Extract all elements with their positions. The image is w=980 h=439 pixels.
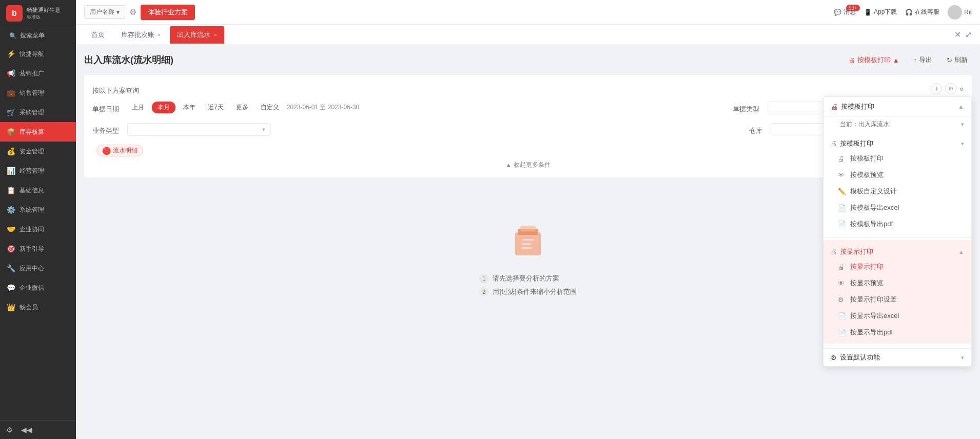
business-type-select[interactable]: ▾	[127, 123, 271, 136]
empty-step-2: 2 用[过滤]条件来缩小分析范围	[479, 287, 576, 296]
date-btn-more[interactable]: 更多	[231, 102, 253, 113]
template-preview-label: 按模板预览	[850, 170, 884, 179]
guide-icon: 🎯	[6, 244, 15, 253]
sidebar-item-label: 企业协同	[19, 225, 44, 234]
dropdown-display-arrow: ▲	[958, 249, 964, 255]
dropdown-template-label: 按模板打印	[840, 139, 873, 148]
dropdown-item-template-print[interactable]: 🖨 按模板打印	[824, 150, 971, 167]
dropdown-item-display-settings[interactable]: ⚙ 按显示打印设置	[824, 291, 971, 308]
export-btn[interactable]: ↑ 导出	[910, 53, 937, 67]
dropdown-item-template-pdf[interactable]: 📄 按模板导出pdf	[824, 216, 971, 232]
display-print-label: 按显示打印	[850, 262, 884, 271]
display-pdf-icon: 📄	[838, 329, 846, 336]
sidebar-item-basic[interactable]: 📋 基础信息	[0, 181, 76, 200]
template-pdf-label: 按模板导出pdf	[850, 220, 893, 229]
dropdown-item-display-print[interactable]: 🖨 按显示打印	[824, 258, 971, 275]
tab-home[interactable]: 首页	[84, 26, 112, 44]
filter-tag-flow[interactable]: 🔴 流水明细	[96, 145, 143, 156]
system-icon: ⚙️	[6, 205, 15, 214]
dropdown-item-display-preview[interactable]: 👁 按显示预览	[824, 275, 971, 291]
expand-window-btn[interactable]: ⤢	[965, 30, 972, 39]
display-settings-icon: ⚙	[838, 296, 846, 304]
dropdown-item-template-preview[interactable]: 👁 按模板预览	[824, 167, 971, 183]
dropdown-display-header: 🖨 按显示打印 ▲	[824, 243, 971, 258]
dropdown-item-display-excel[interactable]: 📄 按显示导出excel	[824, 308, 971, 324]
display-excel-icon: 📄	[838, 312, 846, 320]
sidebar-item-label: 应用中心	[19, 264, 44, 273]
date-btn-custom[interactable]: 自定义	[256, 102, 284, 113]
tab-inventory-batch[interactable]: 库存批次账 ×	[114, 26, 168, 44]
svg-rect-5	[522, 247, 532, 249]
filter-add-btn[interactable]: +	[931, 83, 942, 94]
template-design-label: 模板自定义设计	[850, 187, 897, 196]
sidebar-item-marketing[interactable]: 📢 营销推广	[0, 64, 76, 83]
sidebar-item-system[interactable]: ⚙️ 系统管理	[0, 200, 76, 220]
topbar-left: 用户名称 ▾ ⚙ 体验行业方案	[84, 5, 828, 20]
sidebar-item-operations[interactable]: 📊 经营管理	[0, 161, 76, 181]
print-btn[interactable]: 🖨 按模板打印 ▲	[845, 53, 904, 67]
sidebar-item-member[interactable]: 👑 畅会员	[0, 297, 76, 317]
sidebar-item-purchase[interactable]: 🛒 采购管理	[0, 103, 76, 122]
user-avatar-btn[interactable]: Rit	[948, 5, 972, 19]
collapse-sidebar-btn[interactable]: ◀◀	[21, 426, 32, 434]
export-icon: ↑	[914, 56, 917, 64]
dropdown-display-title: 🖨 按显示打印	[831, 247, 873, 256]
sidebar-item-finance[interactable]: 💰 资金管理	[0, 142, 76, 161]
user-selector[interactable]: 用户名称 ▾	[84, 5, 125, 19]
sidebar-item-cooperation[interactable]: 🤝 企业协同	[0, 220, 76, 239]
sidebar-item-wechat[interactable]: 💬 企业微信	[0, 278, 76, 297]
dropdown-current-arrow: ▾	[961, 121, 964, 128]
dropdown-current-label: 当前：出入库流水	[840, 120, 889, 129]
date-btn-this-year[interactable]: 本年	[179, 102, 200, 113]
sidebar-item-guide[interactable]: 🎯 新手引导	[0, 239, 76, 258]
sidebar-item-quick-nav[interactable]: ⚡ 快捷导航	[0, 44, 76, 64]
date-btn-this-month[interactable]: 本月	[152, 102, 175, 113]
date-btn-7days[interactable]: 近7天	[203, 102, 228, 113]
sidebar-item-app-center[interactable]: 🔧 应用中心	[0, 258, 76, 278]
refresh-label: 刷新	[954, 55, 968, 65]
tab-inventory-batch-close[interactable]: ×	[158, 32, 161, 38]
print-label: 按模板打印	[857, 55, 891, 65]
sidebar-item-sales[interactable]: 💼 销售管理	[0, 83, 76, 103]
dropdown-template-arrow: ▾	[961, 141, 964, 147]
headset-icon: 🎧	[905, 9, 913, 16]
type-filter-label: 单据类型	[733, 105, 759, 114]
customer-service-btn[interactable]: 🎧 在线客服	[905, 8, 939, 16]
dropdown-item-template-excel[interactable]: 📄 按模板导出excel	[824, 199, 971, 216]
date-btn-last-month[interactable]: 上月	[127, 102, 149, 113]
dropdown-item-display-pdf[interactable]: 📄 按显示导出pdf	[824, 324, 971, 341]
sidebar-item-inventory[interactable]: 📦 库存核算	[0, 122, 76, 142]
trial-button[interactable]: 体验行业方案	[141, 5, 195, 20]
collapse-btn-label: 收起更多条件	[514, 161, 551, 169]
date-range-text: 2023-06-01 至 2023-06-30	[287, 103, 359, 112]
search-icon: 🔍	[9, 32, 17, 39]
message-icon: 💬	[834, 9, 841, 16]
print-title-icon: 🖨	[831, 103, 838, 111]
settings-bottom-btn[interactable]: ⚙	[6, 426, 13, 434]
dropdown-item-template-design[interactable]: ✏️ 模板自定义设计	[824, 183, 971, 199]
dropdown-collapse-btn[interactable]: ▲	[958, 103, 964, 110]
filter-row-top: 按以下方案查询 + ⚙ «	[92, 83, 964, 95]
sidebar-search[interactable]: 🔍 搜索菜单	[0, 27, 76, 44]
app-center-icon: 🔧	[6, 264, 15, 273]
dropdown-display-section: 🖨 按显示打印 ▲ 🖨 按显示打印 👁 按显示预览 ⚙ 按显示打印设置	[824, 240, 971, 344]
filter-collapse-btn[interactable]: «	[959, 85, 964, 93]
sidebar-item-label: 基础信息	[19, 186, 44, 195]
topbar-gear-icon[interactable]: ⚙	[129, 7, 136, 17]
close-window-btn[interactable]: ✕	[954, 30, 961, 39]
template-excel-icon: 📄	[838, 204, 846, 212]
chevron-up-icon: ▲	[505, 162, 512, 169]
page-content: 出入库流水(流水明细) 🖨 按模板打印 ▲ ↑ 导出 ↻ 刷新	[76, 45, 980, 439]
app-download-btn[interactable]: 📱 App下载	[864, 8, 897, 16]
dropdown-settings-default[interactable]: ⚙ 设置默认功能 ▾	[824, 348, 971, 366]
tab-flow[interactable]: 出入库流水 ×	[170, 26, 224, 44]
dropdown-title-text: 按模板打印	[841, 102, 874, 111]
message-btn[interactable]: 💬 消息 99+	[834, 8, 856, 16]
dropdown-panel: 🖨 按模板打印 ▲ 当前：出入库流水 ▾ 🖨 按模板打印 ▾	[823, 96, 972, 367]
tab-flow-close[interactable]: ×	[213, 32, 217, 38]
filter-setting-btn[interactable]: ⚙	[945, 83, 956, 94]
svg-rect-3	[522, 239, 534, 241]
finance-icon: 💰	[6, 147, 15, 156]
sidebar-item-label: 畅会员	[19, 303, 38, 312]
refresh-btn[interactable]: ↻ 刷新	[943, 53, 972, 67]
